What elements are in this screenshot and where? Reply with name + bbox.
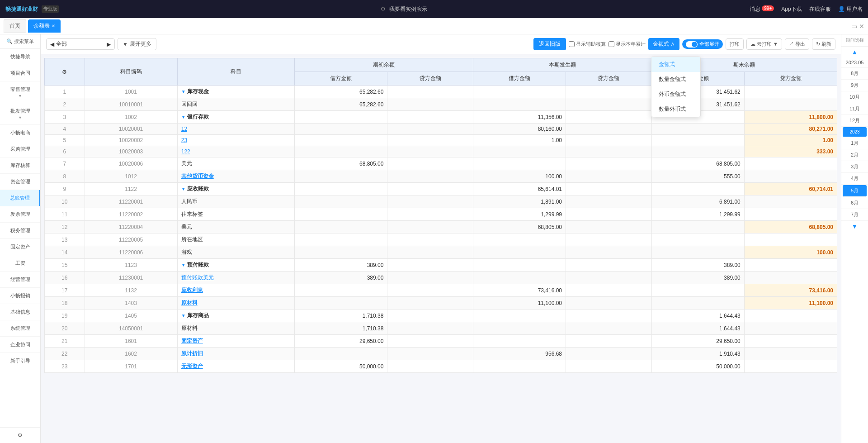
sidebar-settings-btn[interactable]: ⚙ bbox=[0, 427, 40, 443]
row-name-17[interactable]: 原材料 bbox=[177, 297, 294, 310]
sidebar-item-ledger[interactable]: 总账管理 bbox=[0, 190, 40, 206]
search-right-arrow[interactable]: ▶ bbox=[107, 41, 111, 48]
month-item-may[interactable]: 5月 bbox=[843, 185, 867, 197]
sidebar-item-ops[interactable]: 经营管理 bbox=[0, 272, 40, 288]
sidebar-item-ecommerce[interactable]: 小畅电商 bbox=[0, 125, 40, 141]
mode-btn[interactable]: 金额式 ∧ bbox=[648, 38, 679, 50]
sidebar-item-invoice[interactable]: 发票管理 bbox=[0, 206, 40, 223]
cell bbox=[651, 146, 744, 157]
month-item-feb[interactable]: 2月 bbox=[841, 149, 868, 161]
search-box[interactable]: ◀ 全部 ▶ bbox=[46, 38, 115, 50]
cell bbox=[566, 322, 651, 335]
dropdown-amount[interactable]: 金额式 bbox=[651, 57, 700, 72]
print-btn[interactable]: 打印 bbox=[726, 38, 744, 50]
sidebar-item-base[interactable]: 基础信息 bbox=[0, 304, 40, 320]
toggle-expand-btn[interactable]: 全部展开 bbox=[682, 39, 723, 49]
search-input[interactable] bbox=[69, 41, 105, 48]
tab-balance[interactable]: 余额表 ✕ bbox=[28, 19, 61, 33]
cell bbox=[473, 310, 566, 322]
row-name-3[interactable]: 12 bbox=[177, 124, 294, 135]
window-minimize[interactable]: ▭ bbox=[851, 23, 857, 30]
sidebar-item-corp[interactable]: 企业协同 bbox=[0, 337, 40, 353]
sidebar-item-finance[interactable]: 资金管理 bbox=[0, 174, 40, 190]
user-avatar[interactable]: 👤 用户名 bbox=[838, 5, 863, 13]
sidebar-item-salary[interactable]: 工资 bbox=[0, 255, 40, 272]
month-item-2[interactable]: 9月 bbox=[841, 80, 868, 91]
sidebar-item-assets[interactable]: 固定资产 bbox=[0, 239, 40, 255]
helper-check[interactable] bbox=[569, 41, 575, 47]
back-old-version-btn[interactable]: 退回旧版 bbox=[533, 38, 566, 50]
cloud-print-btn[interactable]: ☁ 云打印 ▼ bbox=[746, 38, 782, 50]
th-code: 科目编码 bbox=[85, 58, 177, 86]
dropdown-qty-foreign[interactable]: 数量外币式 bbox=[651, 102, 700, 117]
month-item-5[interactable]: 12月 bbox=[841, 115, 868, 127]
table-row: 181403原材料11,100.0011,100.00 bbox=[45, 297, 837, 310]
row-name-16[interactable]: 应收利息 bbox=[177, 284, 294, 297]
cell: 389.00 bbox=[651, 272, 744, 284]
cell bbox=[387, 348, 473, 360]
row-name-4[interactable]: 23 bbox=[177, 135, 294, 146]
row-name-15[interactable]: 预付账款美元 bbox=[177, 272, 294, 284]
sidebar-item-purchase[interactable]: 采购管理 bbox=[0, 141, 40, 157]
msg-btn[interactable]: 消息 99+ bbox=[750, 5, 774, 13]
month-item-jun[interactable]: 6月 bbox=[841, 197, 868, 209]
th-settings[interactable]: ⚙ bbox=[45, 58, 85, 86]
window-close[interactable]: ✕ bbox=[859, 23, 864, 30]
cell bbox=[744, 208, 837, 221]
row-num-6: 7 bbox=[45, 157, 85, 170]
ytd-check[interactable] bbox=[609, 41, 614, 47]
table-row: 610020003122333.00 bbox=[45, 146, 837, 157]
demo-label[interactable]: 我要看实例演示 bbox=[389, 5, 427, 13]
month-item-1[interactable]: 8月 bbox=[841, 68, 868, 80]
month-item-jul[interactable]: 7月 bbox=[841, 209, 868, 221]
sidebar-item-retail[interactable]: 零售管理 ▼ bbox=[0, 81, 40, 103]
cell bbox=[566, 297, 651, 310]
cell bbox=[295, 233, 387, 246]
row-name-22[interactable]: 无形资产 bbox=[177, 360, 294, 373]
toolbar-left: ◀ 全部 ▶ ▼ 展开更多 bbox=[46, 38, 156, 50]
msg-label: 消息 bbox=[750, 6, 760, 12]
month-item-mar[interactable]: 3月 bbox=[841, 161, 868, 173]
row-name-5[interactable]: 122 bbox=[177, 146, 294, 157]
tab-close-btn[interactable]: ✕ bbox=[52, 24, 55, 29]
search-left-arrow[interactable]: ◀ bbox=[50, 41, 54, 48]
export-btn[interactable]: ↗ 导出 bbox=[785, 38, 809, 50]
expand-btn[interactable]: ▼ 展开更多 bbox=[118, 38, 156, 50]
sidebar-item-guide[interactable]: 新手引导 bbox=[0, 353, 40, 369]
tab-balance-label: 余额表 bbox=[33, 22, 50, 30]
month-up-nav[interactable]: ▲ bbox=[841, 47, 868, 57]
show-helper-checkbox[interactable]: 显示辅助核算 bbox=[569, 41, 606, 48]
show-ytd-checkbox[interactable]: 显示本年累计 bbox=[609, 41, 646, 48]
online-service-btn[interactable]: 在线客服 bbox=[809, 5, 831, 13]
app-download-btn[interactable]: App下载 bbox=[781, 5, 802, 13]
tab-home[interactable]: 首页 bbox=[4, 19, 26, 33]
month-item-0[interactable]: 2023.05 bbox=[841, 57, 868, 68]
sidebar-item-inventory[interactable]: 库存核算 bbox=[0, 157, 40, 174]
refresh-btn[interactable]: ↻ 刷新 bbox=[812, 38, 835, 50]
row-name-7[interactable]: 其他货币资金 bbox=[177, 170, 294, 183]
sidebar-item-tax[interactable]: 税务管理 bbox=[0, 223, 40, 239]
settings-btn[interactable]: ⚙ bbox=[381, 6, 386, 12]
month-down-nav[interactable]: ▼ bbox=[841, 221, 868, 232]
sidebar-item-system[interactable]: 系统管理 bbox=[0, 320, 40, 337]
cell bbox=[295, 195, 387, 208]
sidebar-item-quicknav[interactable]: 快捷导航 bbox=[0, 49, 40, 65]
sidebar-search[interactable]: 🔍 搜索菜单 bbox=[0, 34, 40, 49]
row-name-20[interactable]: 固定资产 bbox=[177, 335, 294, 348]
sidebar-item-sales[interactable]: 小畅报销 bbox=[0, 288, 40, 304]
month-item-apr[interactable]: 4月 bbox=[841, 173, 868, 185]
dropdown-foreign-amount[interactable]: 外币金额式 bbox=[651, 87, 700, 102]
row-code-2: 1002 bbox=[85, 111, 177, 124]
cell bbox=[566, 348, 651, 360]
cell: 50,000.00 bbox=[651, 360, 744, 373]
sidebar-item-wholesale[interactable]: 批发管理 ▼ bbox=[0, 103, 40, 125]
row-num-14: 15 bbox=[45, 259, 85, 272]
cell: 50,000.00 bbox=[295, 360, 387, 373]
row-name-21[interactable]: 累计折旧 bbox=[177, 348, 294, 360]
month-item-jan[interactable]: 1月 bbox=[841, 138, 868, 149]
month-item-4[interactable]: 11月 bbox=[841, 103, 868, 115]
month-item-3[interactable]: 10月 bbox=[841, 91, 868, 103]
dropdown-qty-amount[interactable]: 数量金额式 bbox=[651, 72, 700, 87]
row-code-7: 1012 bbox=[85, 170, 177, 183]
sidebar-item-project[interactable]: 项目合同 bbox=[0, 65, 40, 81]
